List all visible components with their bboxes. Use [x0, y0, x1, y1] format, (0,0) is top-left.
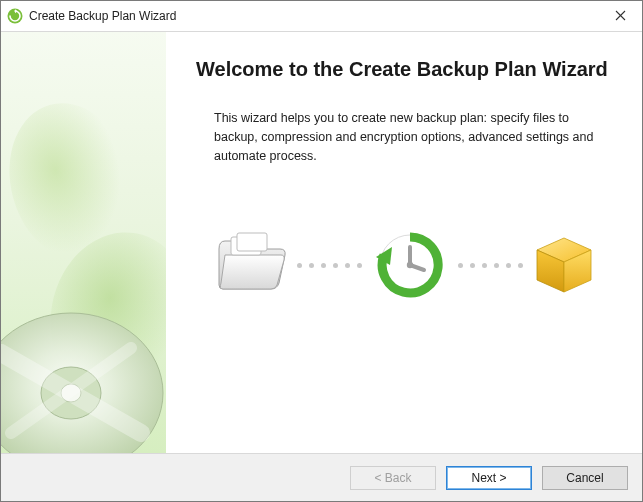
page-heading: Welcome to the Create Backup Plan Wizard — [196, 58, 612, 81]
close-button[interactable] — [598, 1, 642, 31]
box-icon — [531, 232, 597, 298]
back-button: < Back — [350, 466, 436, 490]
steps-illustration — [196, 225, 612, 305]
folder-icon — [211, 231, 289, 299]
titlebar-left: Create Backup Plan Wizard — [7, 8, 176, 24]
titlebar: Create Backup Plan Wizard — [1, 1, 642, 32]
wizard-main: Welcome to the Create Backup Plan Wizard… — [166, 32, 642, 453]
close-icon — [615, 8, 626, 24]
wizard-window: Create Backup Plan Wizard — [0, 0, 643, 502]
connector-dots — [297, 263, 362, 268]
wizard-body: Welcome to the Create Backup Plan Wizard… — [1, 32, 642, 453]
cancel-button[interactable]: Cancel — [542, 466, 628, 490]
disc-icon — [1, 293, 166, 453]
titlebar-controls — [598, 1, 642, 31]
window-title: Create Backup Plan Wizard — [29, 9, 176, 23]
app-icon — [7, 8, 23, 24]
history-clock-icon — [370, 225, 450, 305]
sidebar-art — [1, 32, 166, 453]
next-button[interactable]: Next > — [446, 466, 532, 490]
connector-dots — [458, 263, 523, 268]
svg-rect-9 — [237, 233, 267, 251]
page-description: This wizard helps you to create new back… — [214, 109, 594, 165]
svg-point-14 — [407, 262, 413, 268]
wizard-footer: < Back Next > Cancel — [1, 453, 642, 501]
